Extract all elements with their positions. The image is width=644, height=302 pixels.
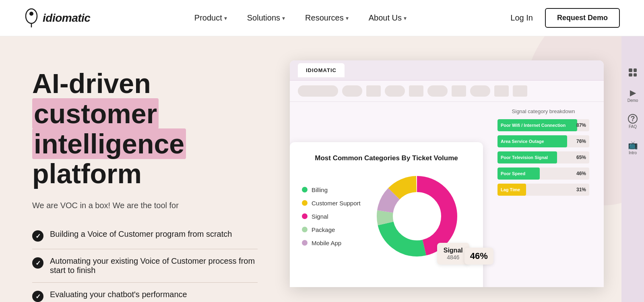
chevron-down-icon: ▾ [346, 15, 349, 21]
nav-links: Product ▾ Solutions ▾ Resources ▾ About … [194, 13, 407, 23]
signal-bar-track: Poor Wifi / Internet Connection 87% [497, 119, 589, 131]
navbar: idiomatic Product ▾ Solutions ▾ Resource… [0, 0, 644, 36]
signal-bar-fill: Area Service Outage [497, 135, 567, 147]
sidebar-grid-icon [629, 68, 637, 77]
intro-label: Intro [629, 151, 637, 155]
intro-sidebar-item[interactable]: 📺 Intro [628, 140, 638, 155]
toolbar-icon-3[interactable] [452, 85, 466, 97]
svg-point-0 [26, 9, 37, 23]
legend-signal: Signal [302, 213, 361, 220]
highlight-customer: customer [32, 98, 159, 129]
logo-text: idiomatic [43, 12, 90, 25]
signal-bar-fill: Lag Time [497, 184, 526, 196]
hero-section: AI-driven customer intelligence platform… [0, 36, 644, 302]
signal-breakdown-panel: Signal category breakdown Poor Wifi / In… [491, 102, 596, 206]
toolbar-icon-2[interactable] [409, 85, 423, 97]
toolbar-filter-2[interactable] [342, 85, 362, 97]
hero-title: AI-driven customer intelligence platform [32, 68, 258, 189]
feature-item: Evaluating your chatbot's performance [32, 283, 258, 302]
logo[interactable]: idiomatic [24, 8, 90, 28]
signal-bar-fill: Poor Speed [497, 168, 540, 180]
sidebar-icons: ▶ Demo ? FAQ 📺 Intro [621, 36, 644, 302]
legend-dot-mobile-app [302, 240, 308, 246]
highlight-intelligence: intelligence [32, 128, 186, 159]
faq-label: FAQ [629, 124, 637, 129]
dashboard-tab-bar: IDIOMATIC [290, 60, 604, 81]
nav-solutions[interactable]: Solutions ▾ [247, 13, 285, 23]
legend-dot-billing [302, 187, 308, 192]
dashboard-content-area: Most Common Categories By Ticket Volume … [290, 102, 604, 287]
demo-label: Demo [627, 98, 638, 103]
toolbar-filter-3[interactable] [385, 85, 405, 97]
legend-customer-support: Customer Support [302, 200, 361, 207]
signal-bar-row-5: Lag Time 31% [497, 184, 589, 196]
legend-dot-customer-support [302, 200, 308, 206]
dashboard-tab[interactable]: IDIOMATIC [298, 63, 345, 77]
signal-bar-fill: Poor Wifi / Internet Connection [497, 119, 577, 131]
feature-item: Automating your existing Voice of Custom… [32, 249, 258, 283]
nav-product[interactable]: Product ▾ [194, 13, 227, 23]
nav-about[interactable]: About Us ▾ [369, 13, 407, 23]
signal-panel-title: Signal category breakdown [497, 108, 589, 114]
chevron-down-icon: ▾ [282, 15, 285, 21]
toolbar-icon-4[interactable] [494, 85, 509, 97]
signal-bar-track: Area Service Outage 76% [497, 135, 589, 147]
signal-bar-track: Poor Television Signal 65% [497, 151, 589, 163]
legend-mobile-app: Mobile App [302, 240, 361, 246]
request-demo-button[interactable]: Request Demo [545, 8, 620, 28]
check-icon [32, 230, 43, 242]
hero-subtitle: We are VOC in a box! We are the tool for [32, 201, 258, 210]
legend-billing: Billing [302, 186, 361, 193]
legend-dot-signal [302, 213, 308, 219]
signal-bar-fill: Poor Television Signal [497, 151, 557, 163]
hero-features-list: Building a Voice of Customer program fro… [32, 222, 258, 302]
toolbar-icon-1[interactable] [366, 85, 381, 97]
feature-item: Building a Voice of Customer program fro… [32, 222, 258, 249]
chart-card: Most Common Categories By Ticket Volume … [290, 142, 483, 287]
donut-hole [394, 193, 440, 240]
hero-left: AI-driven customer intelligence platform… [0, 36, 282, 302]
legend-dot-package [302, 227, 308, 232]
nav-actions: Log In Request Demo [510, 8, 620, 28]
nav-resources[interactable]: Resources ▾ [305, 13, 349, 23]
check-icon [32, 257, 43, 269]
legend-package: Package [302, 226, 361, 233]
faq-sidebar-item[interactable]: ? FAQ [628, 114, 638, 129]
signal-bar-row-1: Poor Wifi / Internet Connection 87% [497, 119, 589, 131]
donut-pct-badge: 46% [464, 248, 493, 265]
signal-bar-row-4: Poor Speed 46% [497, 168, 589, 180]
chevron-down-icon: ▾ [224, 15, 227, 21]
hero-right: IDIOMATIC Most Common Categories By Ti [282, 36, 644, 302]
chevron-down-icon: ▾ [404, 15, 407, 21]
toolbar-filter-1[interactable] [298, 85, 338, 97]
toolbar-filter-5[interactable] [470, 85, 490, 97]
toolbar-icon-5[interactable] [513, 85, 527, 97]
signal-bar-track: Lag Time 31% [497, 184, 589, 196]
svg-point-1 [29, 12, 33, 16]
donut-chart: Signal 4846 46% [373, 172, 461, 261]
dashboard-toolbar [290, 81, 604, 102]
chart-body: Billing Customer Support Signal [302, 172, 471, 261]
chart-legend: Billing Customer Support Signal [302, 186, 361, 246]
demo-sidebar-item[interactable]: ▶ Demo [627, 88, 638, 103]
logo-icon [24, 8, 39, 28]
signal-bar-row-3: Poor Television Signal 65% [497, 151, 589, 163]
login-button[interactable]: Log In [510, 13, 533, 23]
toolbar-filter-4[interactable] [427, 85, 448, 97]
check-icon [32, 291, 43, 302]
dashboard-window: IDIOMATIC Most Common Categories By Ti [290, 60, 604, 287]
signal-bar-track: Poor Speed 46% [497, 168, 589, 180]
chart-title: Most Common Categories By Ticket Volume [302, 154, 471, 162]
signal-bar-row-2: Area Service Outage 76% [497, 135, 589, 147]
